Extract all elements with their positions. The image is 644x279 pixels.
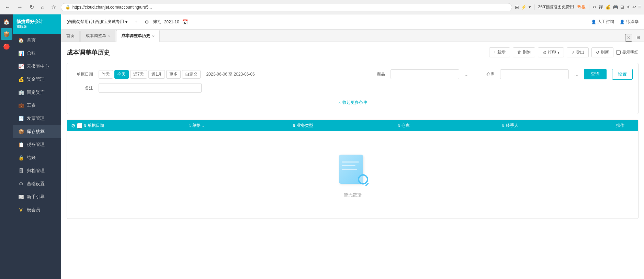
refresh-button[interactable]: ↺ 刷新 (591, 47, 613, 57)
scissors-icon[interactable]: ✂ (593, 4, 597, 10)
add-tab-button[interactable]: + (132, 18, 140, 26)
translate-icon[interactable]: 译 (599, 4, 603, 10)
sidebar-item-label-funds: 资金管理 (27, 76, 45, 82)
assets-icon: 🏢 (18, 90, 24, 95)
user-name[interactable]: 👤 徐泽华 (620, 19, 639, 25)
home-button[interactable]: ⌂ (39, 3, 46, 11)
menu-icon[interactable]: ≡ (638, 4, 641, 10)
sidebar-item-reports[interactable]: 📈 云报表中心 (13, 60, 61, 73)
print-icon: 🖨 (542, 50, 546, 55)
sidebar-icon-other[interactable]: 🔴 (1, 41, 12, 52)
sidebar-icon-home[interactable]: 🏠 (1, 16, 12, 27)
search-label: 360智能抠图免费用 (538, 4, 574, 10)
sidebar-item-funds[interactable]: 💰 资金管理 (13, 73, 61, 86)
empty-illustration (336, 152, 370, 186)
sidebar-item-tax[interactable]: 📋 税务管理 (13, 138, 61, 151)
sidebar-item-home[interactable]: 🏠 首页 (13, 34, 61, 47)
table-header: ⚙ ⇅ 单据日期 ⇅ 单据... ⇅ 业务类型 (67, 120, 638, 131)
period-value: 2021-10 (164, 20, 179, 24)
sidebar-item-payroll[interactable]: 💼 工资 (13, 99, 61, 112)
forward-button[interactable]: → (15, 3, 25, 11)
date-btn-more[interactable]: 更多 (166, 70, 181, 79)
sort-person-icon[interactable]: ⇅ (502, 124, 505, 127)
sort-asc-icon[interactable]: ⇅ (83, 124, 86, 127)
sidebar-item-archive[interactable]: 🗄 归档管理 (13, 164, 61, 177)
tax-icon: 📋 (18, 142, 24, 147)
warehouse-filter-dots[interactable]: ... (574, 71, 578, 77)
settings-gear-icon[interactable]: ⚙ (145, 19, 149, 25)
company-select[interactable]: (勿删勿禁用) 江西服宝测试专用 ▾ (67, 19, 127, 25)
refresh-label: 刷新 (601, 49, 609, 55)
sidebar-item-general-ledger[interactable]: 📊 总账 (13, 47, 61, 60)
sidebar-item-inventory[interactable]: 📦 库存核算 (13, 125, 61, 138)
doc-line-2 (342, 165, 355, 166)
filter-collapse-btn[interactable]: ∧ 收起更多条件 (72, 97, 633, 108)
back-button[interactable]: ← (3, 3, 12, 11)
export-label: 导出 (576, 49, 584, 55)
empty-text: 暂无数据 (344, 192, 362, 198)
address-bar[interactable]: 🔒 https://cloud.chanjet.com/accounting/u… (61, 3, 512, 11)
ledger-icon: 📊 (18, 51, 24, 56)
star-button[interactable]: ☆ (49, 3, 58, 11)
theme-icon[interactable]: ☀ (626, 4, 630, 10)
sort-type-icon[interactable]: ⇅ (293, 124, 295, 127)
close-all-button[interactable]: × (625, 34, 632, 42)
undo-icon[interactable]: ↩ (632, 4, 636, 10)
sidebar-item-label-inventory: 库存核算 (27, 129, 45, 135)
tab-home-label: 首页 (66, 33, 75, 39)
sidebar-nav: 畅捷通好会计 旗舰版 🏠 首页 📊 总账 📈 云报表中心 💰 资金管理 (13, 14, 61, 279)
game-icon[interactable]: 🎮 (613, 4, 618, 10)
tab-cost-adjust-close[interactable]: × (108, 34, 110, 38)
tab-cost-adjust[interactable]: 成本调整单 × (80, 30, 115, 42)
col-warehouse-label: 仓库 (402, 123, 410, 129)
gear-column-icon[interactable]: ⚙ (71, 123, 76, 129)
col-type-label: 业务类型 (297, 123, 313, 129)
select-all-checkbox[interactable] (77, 123, 82, 129)
date-btn-today[interactable]: 今天 (114, 70, 129, 79)
date-btn-yesterday[interactable]: 昨天 (99, 70, 113, 79)
url-text: https://cloud.chanjet.com/accounting/uru… (72, 5, 152, 10)
sidebar-item-fixed-assets[interactable]: 🏢 固定资产 (13, 86, 61, 99)
new-button[interactable]: + 新增 (489, 47, 510, 57)
sidebar-item-member[interactable]: V 畅会员 (13, 203, 61, 216)
collapse-button[interactable]: ⊟ (632, 33, 644, 42)
goods-filter-dots[interactable]: ... (465, 71, 469, 77)
tab-cost-adjust-history-close[interactable]: × (152, 34, 154, 38)
apps-icon[interactable]: ⊞ (620, 4, 624, 10)
sort-number-icon[interactable]: ⇅ (188, 124, 191, 127)
query-button[interactable]: 查询 (584, 69, 607, 79)
calendar-icon[interactable]: 📅 (182, 19, 188, 25)
sidebar-item-settings[interactable]: ⚙ 基础设置 (13, 177, 61, 190)
wallet-icon[interactable]: 💰 (605, 4, 611, 10)
lightning-icon[interactable]: ⚡ (521, 4, 527, 10)
col-warehouse: ⇅ 仓库 (397, 123, 502, 129)
date-btn-custom[interactable]: 自定义 (182, 70, 201, 79)
goods-filter-input[interactable] (391, 69, 459, 79)
sidebar-item-label-closing: 结账 (27, 155, 36, 161)
sidebar-item-closing[interactable]: 🔒 结账 (13, 151, 61, 164)
tab-cost-adjust-history[interactable]: 成本调整单历史 × (116, 30, 159, 42)
reload-button[interactable]: ↻ (27, 3, 36, 11)
setting-button[interactable]: 设置 (612, 69, 633, 80)
sidebar-item-invoice[interactable]: 🧾 发票管理 (13, 112, 61, 125)
sidebar-item-label-home: 首页 (27, 37, 36, 43)
funds-icon: 💰 (18, 77, 24, 82)
sidebar-item-label-payroll: 工资 (27, 102, 36, 109)
dropdown-icon[interactable]: ▾ (529, 4, 531, 10)
sidebar-item-guide[interactable]: 📰 新手引导 (13, 190, 61, 203)
sort-warehouse-icon[interactable]: ⇅ (397, 124, 400, 127)
delete-button[interactable]: 🗑 删除 (513, 47, 535, 57)
filter-row-notes: 备注 (72, 83, 633, 93)
print-button[interactable]: 🖨 打印 ▾ (538, 47, 564, 57)
notes-filter-input[interactable] (99, 83, 202, 93)
warehouse-filter-input[interactable] (500, 69, 569, 79)
display-toggle-checkbox[interactable] (616, 50, 621, 55)
tab-home[interactable]: 首页 (61, 30, 80, 42)
sidebar-icon-active[interactable]: 📦 (1, 28, 12, 40)
sidebar-item-label-settings: 基础设置 (27, 181, 45, 187)
date-btn-7days[interactable]: 近7天 (130, 70, 147, 79)
export-button[interactable]: ↗ 导出 (567, 47, 589, 57)
grid-icon[interactable]: ⊞ (515, 4, 519, 10)
user-service[interactable]: 👤 人工咨询 (591, 19, 614, 25)
date-btn-1month[interactable]: 近1月 (148, 70, 165, 79)
